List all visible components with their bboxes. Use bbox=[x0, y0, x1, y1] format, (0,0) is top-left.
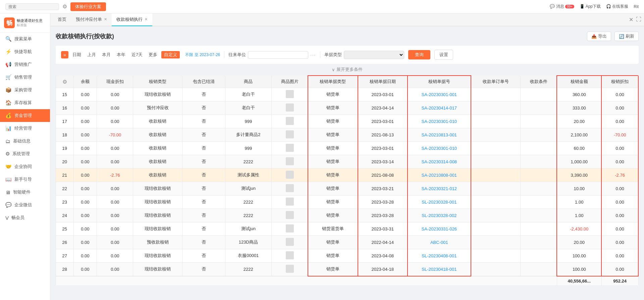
td-11-13: 0.00 bbox=[601, 235, 638, 249]
bill-no-link[interactable]: SL-20230328-001 bbox=[422, 200, 457, 205]
bill-no-link[interactable]: SL-20230418-001 bbox=[422, 267, 457, 272]
td-12-13: 0.00 bbox=[601, 249, 638, 262]
tab-receipt-cancel[interactable]: 收款核销执行✕ bbox=[112, 13, 152, 26]
settings-button[interactable]: 设置 bbox=[434, 50, 453, 60]
td-2-7: 销货单 bbox=[308, 115, 358, 128]
td-12-2: 0.00 bbox=[97, 249, 133, 262]
bill-no-link[interactable]: SA-20230301-010 bbox=[422, 146, 457, 151]
td-4-5: 999 bbox=[225, 141, 271, 155]
sidebar-item-hardware[interactable]: 🖥智能硬件 bbox=[0, 186, 50, 199]
refresh-button[interactable]: 🔄 刷新 bbox=[614, 32, 639, 41]
industry-button[interactable]: 体验行业方案 bbox=[70, 2, 106, 11]
td-6-11 bbox=[520, 168, 557, 182]
table-row: 270.000.00现结收款核销否衣服00001销货单2023-04-08SL-… bbox=[56, 249, 639, 262]
td-7-2: 0.00 bbox=[97, 182, 133, 195]
td-2-6 bbox=[271, 115, 308, 128]
td-13-8: 2023-04-18 bbox=[358, 262, 408, 276]
td-3-7: 销货单 bbox=[308, 128, 358, 141]
tab-home[interactable]: 首页 bbox=[53, 13, 71, 26]
td-9-2: 0.00 bbox=[97, 209, 133, 222]
td-1-7: 销货单 bbox=[308, 101, 358, 115]
td-3-2: -70.00 bbox=[97, 128, 133, 141]
online-service[interactable]: 🎧 在线客服 bbox=[606, 4, 628, 9]
bill-no-link[interactable]: SA-20230414-017 bbox=[422, 105, 457, 111]
sidebar-item-basic[interactable]: 🗂基础信息 bbox=[0, 135, 50, 147]
query-button[interactable]: 查询 bbox=[408, 50, 430, 59]
message-icon[interactable]: 💬 消息 99+ bbox=[550, 4, 574, 9]
th-4: 包含已结清 bbox=[182, 76, 225, 88]
partner-dots[interactable]: ··· bbox=[310, 52, 316, 57]
sidebar-item-vip[interactable]: V畅会员 bbox=[0, 211, 50, 224]
td-4-0: 19 bbox=[56, 141, 74, 155]
td-9-0: 24 bbox=[56, 209, 74, 222]
table-row: 220.000.00现结收款核销否测试jun销货单2023-03-21SA-20… bbox=[56, 182, 639, 195]
filter-toggle-button[interactable]: » bbox=[61, 51, 68, 58]
bill-no-link[interactable]: SA-20230331-026 bbox=[422, 226, 457, 231]
td-9-12: 1.00 bbox=[557, 209, 601, 222]
date-last-month[interactable]: 上月 bbox=[85, 51, 98, 58]
bill-no-link[interactable]: SA-20230314-008 bbox=[422, 159, 457, 164]
app-download[interactable]: 📱 App下载 bbox=[580, 4, 601, 9]
sidebar-item-guide[interactable]: 📖新手引导 bbox=[0, 173, 50, 186]
footer-amount: 40,556,66... bbox=[557, 276, 601, 286]
date-custom[interactable]: 自定义 bbox=[161, 51, 180, 58]
sidebar-item-operations[interactable]: 📊经营管理 bbox=[0, 122, 50, 135]
operations-icon: 📊 bbox=[5, 125, 12, 131]
bill-no-link[interactable]: SA-20230321-012 bbox=[422, 186, 457, 191]
td-6-8: 2021-08-08 bbox=[358, 168, 408, 182]
sidebar-item-wechat[interactable]: 💬企业微信 bbox=[0, 199, 50, 211]
bill-no-link[interactable]: ABC-001 bbox=[430, 240, 448, 245]
date-7days[interactable]: 近7天 bbox=[129, 51, 145, 58]
td-1-5: 老白干 bbox=[225, 101, 271, 115]
expand-more[interactable]: ∨ 展开更多条件 bbox=[56, 67, 639, 73]
td-2-2: 0.00 bbox=[97, 115, 133, 128]
table-row: 170.000.00收款核销否999销货单2023-03-01SA-202303… bbox=[56, 115, 639, 128]
sidebar-item-label: 智能硬件 bbox=[13, 189, 31, 195]
table-settings-icon[interactable]: ⚙ bbox=[62, 79, 67, 85]
sidebar-item-purchase[interactable]: 📦采购管理 bbox=[0, 84, 50, 96]
tab-close-receipt-cancel[interactable]: ✕ bbox=[145, 17, 148, 22]
sidebar-item-marketing[interactable]: 📢营销推广 bbox=[0, 58, 50, 71]
expand-icon[interactable]: ⛶ bbox=[636, 16, 641, 23]
td-2-9: SA-20230301-010 bbox=[408, 115, 471, 128]
layout: 畅 畅捷通谱好生意 标准版 🔍搜索菜单⚡快捷导航📢营销推广🛒销售管理📦采购管理🏠… bbox=[0, 13, 644, 300]
tab-close-prepay[interactable]: ✕ bbox=[104, 17, 107, 22]
sidebar-item-quick-nav[interactable]: ⚡快捷导航 bbox=[0, 45, 50, 58]
sidebar-item-system[interactable]: ⚙系统管理 bbox=[0, 147, 50, 160]
bill-no-link[interactable]: SA-20210808-001 bbox=[422, 173, 457, 178]
sidebar-item-sales[interactable]: 🛒销售管理 bbox=[0, 71, 50, 84]
td-9-4: 否 bbox=[182, 209, 225, 222]
export-button[interactable]: 📤 导出 bbox=[587, 32, 611, 41]
cooperation-icon: 🤝 bbox=[5, 164, 12, 170]
close-tab-icon[interactable]: ✕ bbox=[629, 16, 633, 23]
bill-no-link[interactable]: SL-20230408-001 bbox=[422, 253, 457, 258]
date-this-year[interactable]: 本年 bbox=[115, 51, 127, 58]
td-12-6 bbox=[271, 249, 308, 262]
th-5: 商品 bbox=[225, 76, 271, 88]
sidebar-item-search-menu[interactable]: 🔍搜索菜单 bbox=[0, 33, 50, 45]
sidebar-item-inventory[interactable]: 🏠库存核算 bbox=[0, 96, 50, 109]
td-6-4: 否 bbox=[182, 168, 225, 182]
td-1-1: 0.00 bbox=[73, 101, 97, 115]
sidebar-item-cooperation[interactable]: 🤝企业协同 bbox=[0, 160, 50, 173]
td-6-3: 收款核销 bbox=[133, 168, 182, 182]
bill-no-link[interactable]: SA-20230301-010 bbox=[422, 119, 457, 124]
date-this-month[interactable]: 本月 bbox=[100, 51, 113, 58]
td-9-7: 销货单 bbox=[308, 209, 358, 222]
th-6: 商品图片 bbox=[271, 76, 308, 88]
bill-type-select[interactable] bbox=[344, 51, 404, 59]
date-more[interactable]: 更多 bbox=[147, 51, 159, 58]
td-3-8: 2021-08-13 bbox=[358, 128, 408, 141]
search-input[interactable] bbox=[5, 3, 59, 10]
td-6-9: SA-20210808-001 bbox=[408, 168, 471, 182]
bill-no-link[interactable]: SA-20230301-001 bbox=[422, 92, 457, 97]
gear-icon[interactable]: ⚙ bbox=[62, 3, 67, 10]
tab-prepay[interactable]: 预付冲应付单✕ bbox=[71, 13, 112, 26]
sidebar-item-finance[interactable]: 💰资金管理 bbox=[0, 109, 50, 122]
partner-input[interactable] bbox=[248, 51, 308, 59]
td-6-7: 销货单 bbox=[308, 168, 358, 182]
bill-no-link[interactable]: SL-20230328-002 bbox=[422, 213, 457, 218]
td-10-4: 否 bbox=[182, 222, 225, 235]
bill-no-link[interactable]: SA-20210813-001 bbox=[422, 132, 457, 137]
td-6-0: 21 bbox=[56, 168, 74, 182]
